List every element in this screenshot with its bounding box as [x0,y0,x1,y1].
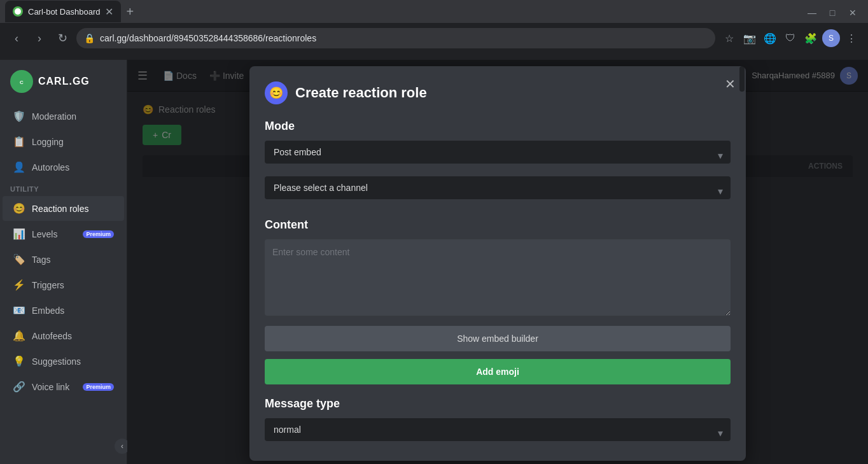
voice-link-icon: 🔗 [13,381,25,393]
logo-text: CARL.GG [38,76,90,87]
svg-text:C: C [20,80,24,85]
chrome-user-avatar[interactable]: S [822,29,840,47]
lock-icon: 🔒 [84,33,95,43]
moderation-icon: 🛡️ [13,110,25,122]
logging-icon: 📋 [13,136,25,148]
mode-section: Mode Post embed Add to message Reaction … [265,120,731,206]
message-type-select[interactable]: normal embed both [265,418,731,441]
sidebar-item-voice-link[interactable]: 🔗 Voice link Premium [3,374,124,399]
sidebar-item-label: Autofeeds [32,331,72,341]
sidebar-item-suggestions[interactable]: 💡 Suggestions [3,349,124,374]
show-embed-builder-button[interactable]: Show embed builder [265,326,731,351]
reload-button[interactable]: ↻ [53,29,71,47]
modal-emoji-icon: 😊 [265,81,288,104]
sidebar-item-autoroles[interactable]: 👤 Autoroles [3,155,124,179]
content-label: Content [265,218,731,232]
sidebar-collapse-button[interactable]: ‹ [115,439,127,454]
sidebar-item-label: Suggestions [32,356,81,367]
mode-select-wrapper: Post embed Add to message Reaction only [265,141,731,170]
browser-tab[interactable]: Carl-bot Dashboard ✕ [5,1,121,22]
message-type-section: Message type normal embed both [265,397,731,447]
main-content: ☰ 📄 Docs ➕ Invite 💬 Discord 👑 Premium [127,60,868,464]
extensions-button[interactable]: 🧩 [802,29,820,47]
content-section: Content Show embed builder Add emoji [265,218,731,384]
triggers-icon: ⚡ [13,279,25,291]
logo-image: C [10,70,33,93]
modal-header: 😊 Create reaction role [265,81,731,104]
levels-premium-badge: Premium [83,230,114,238]
shield-button[interactable]: 🛡 [781,29,799,47]
sidebar: C CARL.GG 🛡️ Moderation 📋 Logging 👤 Auto… [0,60,127,464]
embeds-icon: 📧 [13,304,25,316]
create-reaction-role-modal: 😊 Create reaction role ✕ Mode Post embed… [249,66,746,461]
new-tab-button[interactable]: + [121,4,139,19]
tab-favicon [13,6,23,17]
sidebar-item-autofeeds[interactable]: 🔔 Autofeeds [3,323,124,348]
sidebar-item-label: Logging [32,137,64,147]
mode-select[interactable]: Post embed Add to message Reaction only [265,141,731,164]
maximize-button[interactable]: □ [825,5,840,20]
back-button[interactable]: ‹ [8,29,25,47]
translate-button[interactable]: 🌐 [761,29,779,47]
modal-title: Create reaction role [295,85,427,101]
menu-button[interactable]: ⋮ [843,29,860,47]
sidebar-item-label: Moderation [32,111,76,122]
message-type-select-wrapper: normal embed both [265,418,731,447]
suggestions-icon: 💡 [13,355,25,367]
tab-close-button[interactable]: ✕ [105,6,113,18]
autofeeds-icon: 🔔 [13,330,25,342]
sidebar-item-label: Tags [32,255,51,265]
sidebar-item-label: Reaction roles [32,204,89,214]
svg-point-0 [15,8,21,15]
tags-icon: 🏷️ [13,253,25,265]
voice-link-premium-badge: Premium [83,383,114,391]
content-textarea[interactable] [265,239,731,316]
screenshot-button[interactable]: 📷 [741,29,759,47]
channel-select-wrapper: Please select a channel [265,176,731,206]
sidebar-item-label: Voice link [32,382,69,392]
reaction-roles-icon: 😊 [13,202,25,214]
close-window-button[interactable]: ✕ [845,5,860,20]
url-text: carl.gg/dashboard/894503528444358686/rea… [100,33,316,43]
sidebar-item-triggers[interactable]: ⚡ Triggers [3,272,124,297]
sidebar-item-logging[interactable]: 📋 Logging [3,129,124,154]
minimize-button[interactable]: — [804,5,820,20]
modal-close-button[interactable]: ✕ [725,76,736,92]
sidebar-item-moderation[interactable]: 🛡️ Moderation [3,104,124,129]
sidebar-item-embeds[interactable]: 📧 Embeds [3,298,124,323]
message-type-label: Message type [265,397,731,411]
forward-button[interactable]: › [31,29,48,47]
sidebar-item-reaction-roles[interactable]: 😊 Reaction roles [3,196,124,221]
sidebar-item-label: Levels [32,229,57,239]
levels-icon: 📊 [13,228,25,240]
add-emoji-button[interactable]: Add emoji [265,359,731,384]
address-bar[interactable]: 🔒 carl.gg/dashboard/894503528444358686/r… [76,28,715,48]
autoroles-icon: 👤 [13,161,25,173]
sidebar-item-label: Embeds [32,306,64,316]
modal-scrollbar[interactable] [739,66,745,92]
channel-select[interactable]: Please select a channel [265,176,731,199]
sidebar-item-levels[interactable]: 📊 Levels Premium [3,221,124,246]
sidebar-logo: C CARL.GG [0,60,127,103]
bookmark-button[interactable]: ☆ [720,29,738,47]
utility-section-label: Utility [0,180,127,195]
sidebar-item-label: Autoroles [32,162,69,172]
mode-label: Mode [265,120,731,133]
sidebar-item-label: Triggers [32,280,64,290]
sidebar-item-tags[interactable]: 🏷️ Tags [3,247,124,272]
tab-title: Carl-bot Dashboard [28,7,100,17]
modal-overlay: 😊 Create reaction role ✕ Mode Post embed… [127,60,868,464]
